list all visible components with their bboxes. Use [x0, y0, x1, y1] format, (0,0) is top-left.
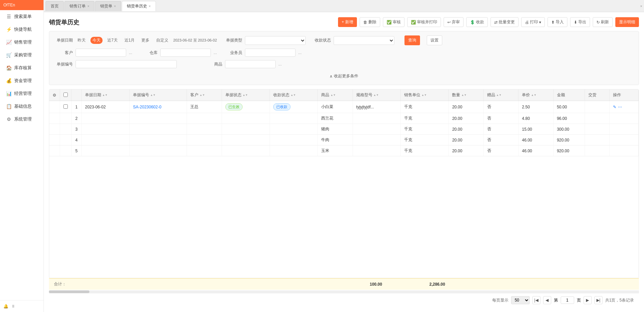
warehouse-dots[interactable]: ...: [214, 50, 217, 55]
doc-no-link[interactable]: SA-20230602-0: [133, 105, 161, 109]
customer-input[interactable]: [76, 49, 126, 57]
tab-sales-history[interactable]: 销货单历史 ×: [122, 1, 156, 11]
th-collect-status[interactable]: 收款状态▲▼: [270, 89, 318, 101]
filter-group-salesperson: 业务员 ...: [224, 49, 302, 57]
sidebar-item-label: 搜索菜单: [14, 14, 32, 20]
action-编辑[interactable]: ✎: [613, 105, 616, 109]
chevron-up-icon: ∧: [330, 74, 333, 79]
sidebar-item-sys-mgmt[interactable]: ⚙ 系统管理: [0, 113, 44, 126]
export-button[interactable]: ⬇ 导出: [570, 17, 590, 27]
goods-dots[interactable]: ...: [278, 62, 282, 67]
tab-bar: 首页 销售订单 × 销货单 × 销货单历史 × ×: [44, 0, 644, 12]
th-doc-status[interactable]: 单据状态▲▼: [222, 89, 270, 101]
date-tag-7days[interactable]: 近7天: [105, 37, 120, 44]
horizontal-scrollbar[interactable]: [49, 290, 639, 293]
goods-input[interactable]: [225, 60, 276, 68]
sidebar-footer-icon2[interactable]: ⏸: [11, 304, 15, 309]
tab-sales-history-close[interactable]: ×: [149, 4, 151, 8]
row-checkbox[interactable]: [63, 104, 68, 109]
last-page-button[interactable]: ▶|: [594, 296, 603, 304]
scrollbar-thumb[interactable]: [49, 290, 89, 293]
batch-change-button[interactable]: ⇄ 批量变更: [491, 17, 519, 27]
sidebar-item-sales-mgmt[interactable]: 📈 销售管理: [0, 36, 44, 49]
th-doc-date[interactable]: 单据日期▲▼: [82, 89, 130, 101]
td-spec: [353, 135, 400, 146]
audit-print-button[interactable]: ✅ 审核并打印: [407, 17, 441, 27]
tab-sales-order-close[interactable]: ×: [87, 4, 89, 8]
settings-button[interactable]: 设置: [427, 35, 442, 45]
import-button[interactable]: ⬆ 导入: [548, 17, 567, 27]
collapse-button[interactable]: ∧ 收起更多条件: [54, 72, 634, 81]
sidebar-item-quick-nav[interactable]: ⚡ 快捷导航: [0, 23, 44, 36]
docno-input[interactable]: [76, 60, 177, 68]
close-all-button[interactable]: ×: [640, 4, 642, 8]
th-gift[interactable]: 赠品▲▼: [483, 89, 518, 101]
date-tag-1month[interactable]: 近1月: [122, 37, 137, 44]
audit-button[interactable]: ✅ 审核: [383, 17, 404, 27]
refresh-button[interactable]: ↻ 刷新: [593, 17, 613, 27]
delete-button[interactable]: 🗑 删除: [360, 17, 380, 27]
prev-page-button[interactable]: ◀: [543, 296, 551, 304]
show-detail-button[interactable]: 显示明细: [615, 17, 639, 27]
page-size-select[interactable]: 50 100 200: [511, 296, 530, 304]
td-spec: tyjyjtyjdf...: [353, 101, 400, 113]
filter-group-goods: 商品 ...: [204, 60, 282, 68]
sidebar-header: OfTEn: [0, 0, 44, 10]
th-spec[interactable]: 规格型号▲▼: [353, 89, 400, 101]
first-page-button[interactable]: |◀: [532, 296, 540, 304]
td-transaction: [585, 146, 610, 156]
next-page-button[interactable]: ▶: [584, 296, 592, 304]
warehouse-input[interactable]: [160, 49, 211, 57]
filter-group-docno: 单据编号: [54, 60, 177, 68]
td-doc-status: [222, 113, 270, 124]
add-button[interactable]: + 新增: [338, 17, 357, 27]
abandon-button[interactable]: ↩ 弃审: [444, 17, 464, 27]
td-doc-status: [222, 124, 270, 135]
tab-sales-delivery-close[interactable]: ×: [114, 4, 116, 8]
th-quantity[interactable]: 数量▲▼: [449, 89, 483, 101]
salesperson-input[interactable]: [245, 49, 296, 57]
footer-total-amount: 2,286.00: [429, 282, 445, 287]
sidebar-item-inventory[interactable]: 🏠 库存核算: [0, 61, 44, 74]
tab-home[interactable]: 首页: [46, 1, 64, 11]
warehouse-label: 仓库: [139, 50, 158, 56]
abandon-icon: ↩: [447, 20, 451, 25]
query-button[interactable]: 查询: [404, 35, 420, 45]
date-tag-yesterday[interactable]: 昨天: [76, 37, 88, 44]
date-tag-more[interactable]: 更多: [139, 37, 151, 44]
th-goods[interactable]: 商品▲▼: [318, 89, 353, 101]
doc-type-select[interactable]: [245, 36, 306, 45]
print-button[interactable]: 🖨 打印 ▾: [521, 17, 545, 27]
collect-button[interactable]: 💲 收款: [466, 17, 488, 27]
th-unit-price[interactable]: 单价▲▼: [519, 89, 553, 101]
sidebar-item-finance[interactable]: 💰 资金管理: [0, 74, 44, 87]
th-sales-unit[interactable]: 销售单位▲▼: [401, 89, 449, 101]
sidebar-item-ops-mgmt[interactable]: 📊 经营管理: [0, 87, 44, 100]
date-tag-custom[interactable]: 自定义: [154, 37, 170, 44]
date-tag-today[interactable]: 今天: [90, 37, 103, 44]
salesperson-dots[interactable]: ...: [298, 50, 302, 55]
sidebar-item-search-menu[interactable]: ☰ 搜索菜单: [0, 10, 44, 23]
td-collect-status: [270, 146, 318, 156]
sidebar-footer-icon1[interactable]: 🔔: [3, 304, 8, 309]
td-spec: [353, 124, 400, 135]
th-gear[interactable]: ⚙: [49, 89, 60, 101]
td-customer: [187, 146, 222, 156]
td-customer: [187, 113, 222, 124]
sidebar-item-purchase-mgmt[interactable]: 🛒 采购管理: [0, 49, 44, 61]
page-number-input[interactable]: [561, 296, 574, 304]
customer-dots[interactable]: ...: [129, 50, 132, 55]
footer-label: 合计：: [54, 281, 66, 287]
tab-home-label: 首页: [51, 3, 59, 9]
th-customer[interactable]: 客户▲▼: [187, 89, 222, 101]
action-更多[interactable]: ⋯: [618, 105, 622, 109]
tab-sales-delivery[interactable]: 销货单 ×: [95, 1, 121, 11]
collect-status-select[interactable]: [334, 36, 394, 45]
tab-sales-order[interactable]: 销售订单 ×: [64, 1, 94, 11]
select-all-checkbox[interactable]: [63, 93, 68, 97]
sidebar-item-base-info[interactable]: 📋 基础信息: [0, 100, 44, 113]
td-num: 2: [72, 113, 82, 124]
th-doc-no[interactable]: 单据编号▲▼: [130, 89, 187, 101]
search-icon: ☰: [6, 14, 11, 19]
flash-icon: ⚡: [6, 27, 11, 32]
